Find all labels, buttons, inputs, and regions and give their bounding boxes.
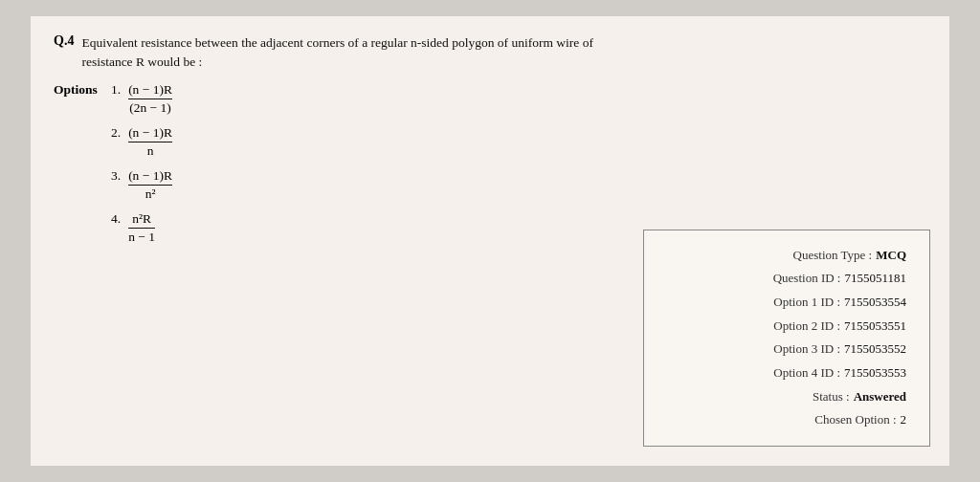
option-num-4: 4. — [111, 211, 121, 227]
question-type-value: MCQ — [876, 244, 906, 268]
option-num-2: 2. — [111, 125, 121, 141]
option3-id-row: Option 3 ID : 7155053552 — [667, 338, 906, 362]
option2-id-row: Option 2 ID : 7155053551 — [667, 315, 906, 339]
option2-id-value: 7155053551 — [844, 315, 906, 339]
question-number: Q.4 — [54, 33, 74, 73]
question-type-row: Question Type : MCQ — [667, 244, 906, 268]
option-numerator-2: (n − 1)R — [128, 125, 172, 142]
option1-id-label: Option 1 ID : — [773, 291, 840, 315]
option1-id-row: Option 1 ID : 7155053554 — [667, 291, 906, 315]
question-id-value: 7155051181 — [844, 267, 906, 291]
option2-id-label: Option 2 ID : — [773, 315, 840, 339]
option-item-3: 3. (n − 1)R n² — [111, 168, 926, 202]
status-label: Status : — [813, 385, 850, 409]
option-numerator-4: n²R — [128, 211, 155, 229]
option-num-3: 3. — [111, 168, 121, 184]
question-type-label: Question Type : — [793, 244, 873, 268]
option-num-1: 1. — [111, 82, 121, 98]
option1-id-value: 7155053554 — [844, 291, 906, 315]
status-row: Status : Answered — [667, 385, 906, 409]
option4-id-row: Option 4 ID : 7155053553 — [667, 362, 906, 385]
options-label: Options — [54, 82, 98, 98]
status-value: Answered — [854, 385, 906, 409]
option-numerator-3: (n − 1)R — [128, 168, 172, 186]
chosen-option-value: 2 — [901, 408, 907, 432]
option-numerator-1: (n − 1)R — [128, 82, 172, 99]
option-denominator-1: (2n − 1) — [129, 99, 171, 116]
option-fraction-4: n²R n − 1 — [128, 211, 155, 245]
question-header: Q.4 Equivalent resistance between the ad… — [54, 33, 926, 73]
option4-id-label: Option 4 ID : — [773, 362, 840, 385]
option-item-2: 2. (n − 1)R n — [111, 125, 926, 159]
option-fraction-3: (n − 1)R n² — [128, 168, 172, 202]
chosen-option-label: Chosen Option : — [814, 408, 896, 432]
option4-id-value: 7155053553 — [844, 362, 906, 385]
options-list: 1. (n − 1)R (2n − 1) 2. (n − 1)R n 3. (n… — [111, 82, 926, 245]
option-denominator-4: n − 1 — [128, 229, 155, 245]
options-section: Options 1. (n − 1)R (2n − 1) 2. (n − 1)R… — [54, 80, 926, 245]
chosen-option-row: Chosen Option : 2 — [667, 408, 906, 432]
option-fraction-1: (n − 1)R (2n − 1) — [128, 82, 172, 116]
question-text: Equivalent resistance between the adjace… — [81, 33, 593, 73]
option3-id-value: 7155053552 — [844, 338, 906, 362]
option-denominator-2: n — [147, 142, 154, 159]
question-id-row: Question ID : 7155051181 — [667, 267, 906, 291]
question-id-label: Question ID : — [773, 267, 841, 291]
option-denominator-3: n² — [145, 186, 156, 202]
option3-id-label: Option 3 ID : — [773, 338, 840, 362]
option-fraction-2: (n − 1)R n — [128, 125, 172, 159]
info-box: Question Type : MCQ Question ID : 715505… — [643, 230, 930, 448]
page: Q.4 Equivalent resistance between the ad… — [31, 16, 949, 466]
option-item-1: 1. (n − 1)R (2n − 1) — [111, 82, 926, 116]
